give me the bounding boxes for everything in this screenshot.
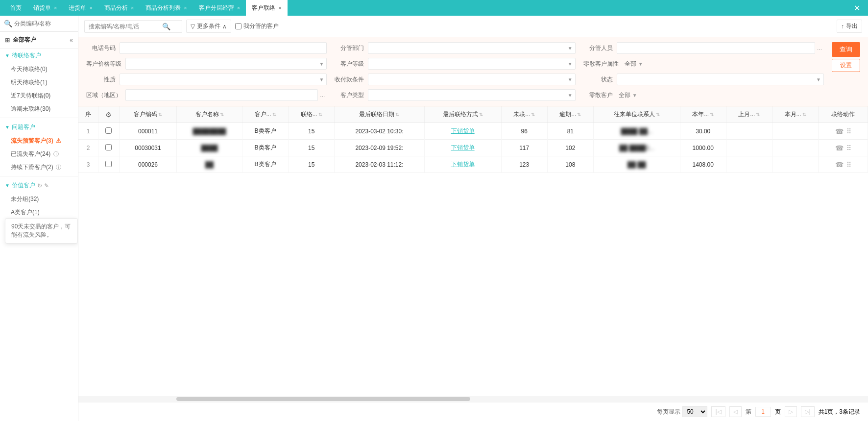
th-not-contacted[interactable]: 未联...⇅ — [501, 106, 547, 123]
sidebar-group-value-title[interactable]: ▼ 价值客户 ↻ ✎ — [0, 178, 78, 193]
close-icon[interactable]: × — [131, 5, 134, 11]
nav-home[interactable]: 首页 — [4, 0, 27, 16]
customer-type-field: 客户类型 ▼ — [335, 89, 575, 101]
sidebar: 🔍 ⊞ 全部客户 « ▼ 待联络客户 今天待联络(0) 明天待联络(1) 近7天… — [0, 16, 78, 421]
contact-icon[interactable]: ☎ — [835, 161, 844, 169]
th-this-month[interactable]: 本月...⇅ — [772, 106, 818, 123]
cell-checkbox[interactable] — [98, 123, 119, 140]
more-action-icon[interactable]: ⠿ — [846, 144, 851, 152]
page-input[interactable] — [755, 407, 771, 417]
th-overdue[interactable]: 逾期...⇅ — [547, 106, 593, 123]
close-icon[interactable]: × — [184, 5, 187, 11]
query-button[interactable]: 查询 — [832, 42, 860, 57]
th-last-month[interactable]: 上月...⇅ — [726, 106, 772, 123]
phone-input[interactable] — [120, 42, 327, 54]
prev-page-button[interactable]: ◁ — [729, 406, 742, 417]
more-action-icon[interactable]: ⠿ — [846, 161, 851, 169]
per-page-select[interactable]: 50 100 — [682, 406, 707, 417]
contact-icon[interactable]: ☎ — [835, 127, 844, 135]
window-close-icon[interactable]: ✕ — [850, 3, 864, 13]
sidebar-search-input[interactable] — [14, 20, 74, 27]
overdue-label: 逾期未联络(30) — [11, 105, 50, 112]
collapse-icon[interactable]: « — [70, 37, 73, 44]
th-contact-count[interactable]: 联络...⇅ — [289, 106, 335, 123]
close-icon[interactable]: × — [237, 5, 240, 11]
sidebar-item-today[interactable]: 今天待联络(0) — [0, 63, 78, 76]
scrollbar-thumb[interactable] — [176, 397, 470, 401]
th-settings[interactable]: ⚙ — [98, 106, 119, 123]
edit-icon[interactable]: ✎ — [44, 182, 49, 189]
region-input[interactable] — [125, 89, 318, 101]
nav-sales-order[interactable]: 销货单 × — [27, 0, 63, 16]
sidebar-item-declining[interactable]: 持续下滑客户(2) ⓘ — [0, 161, 78, 174]
dept-select[interactable] — [368, 42, 575, 54]
th-this-year[interactable]: 本年...⇅ — [680, 106, 726, 123]
cell-last-month — [726, 123, 772, 140]
sidebar-group-pending-title[interactable]: ▼ 待联络客户 — [0, 49, 78, 63]
staff-more-button[interactable]: ... — [815, 45, 824, 51]
customer-type-select[interactable] — [368, 89, 575, 101]
sidebar-group-pending: ▼ 待联络客户 今天待联络(0) 明天待联络(1) 近7天待联络(0) 逾期未联… — [0, 49, 78, 116]
row-checkbox[interactable] — [105, 161, 112, 167]
my-customer-checkbox-wrap[interactable]: 我分管的客户 — [235, 22, 279, 30]
more-action-icon[interactable]: ⠿ — [846, 127, 851, 135]
row-checkbox[interactable] — [105, 144, 112, 150]
sidebar-item-churned[interactable]: 已流失客户(24) ⓘ — [0, 148, 78, 161]
triangle-icon: ▼ — [5, 183, 10, 188]
th-grade[interactable]: 客户...⇅ — [242, 106, 288, 123]
horizontal-scrollbar[interactable] — [78, 396, 868, 402]
cell-index: 1 — [78, 123, 98, 140]
price-grade-select[interactable] — [125, 58, 327, 70]
sidebar-item-tomorrow[interactable]: 明天待联络(1) — [0, 76, 78, 89]
cell-last-contact-method[interactable]: 下销货单 — [424, 123, 501, 140]
status-select[interactable] — [617, 74, 824, 85]
payment-select[interactable] — [368, 74, 575, 85]
cell-last-contact-method[interactable]: 下销货单 — [424, 140, 501, 156]
th-code[interactable]: 客户编码⇅ — [119, 106, 176, 123]
sidebar-root[interactable]: ⊞ 全部客户 « — [0, 32, 78, 49]
sidebar-item-churn-warning[interactable]: 流失预警客户(3) ⚠ — [0, 134, 78, 148]
more-filter-button[interactable]: ▽ 更多条件 ∧ — [186, 20, 231, 33]
staff-input[interactable] — [617, 42, 815, 54]
sidebar-item-ungroup[interactable]: 未分组(32) — [0, 193, 78, 206]
th-last-contact-date[interactable]: 最后联络日期⇅ — [335, 106, 424, 123]
refresh-icon[interactable]: ↻ — [37, 182, 42, 189]
sidebar-item-7days[interactable]: 近7天待联络(0) — [0, 89, 78, 102]
customer-grade-select[interactable] — [368, 58, 575, 70]
search-input[interactable] — [89, 23, 162, 30]
customer-grade-label: 客户等级 — [335, 60, 364, 68]
cell-checkbox[interactable] — [98, 140, 119, 156]
nav-product-analysis[interactable]: 商品分析 × — [98, 0, 140, 16]
region-more-button[interactable]: ... — [318, 92, 327, 99]
filter-row-2: 客户价格等级 ▼ 客户等级 ▼ — [86, 58, 824, 70]
cell-last-contact-method[interactable]: 下销货单 — [424, 156, 501, 173]
th-contact-person[interactable]: 往来单位联系人⇅ — [593, 106, 680, 123]
th-last-contact-method[interactable]: 最后联络方式⇅ — [424, 106, 501, 123]
th-name[interactable]: 客户名称⇅ — [177, 106, 242, 123]
price-grade-field: 客户价格等级 ▼ — [86, 58, 327, 70]
sidebar-group-problem-title[interactable]: ▼ 问题客户 — [0, 120, 78, 134]
search-button[interactable]: 🔍 — [162, 23, 170, 30]
advanced-filter-panel: 电话号码 分管部门 ▼ 分管人员 — [78, 37, 868, 106]
sidebar-item-class-a[interactable]: A类客户(1) — [0, 206, 78, 219]
gender-select[interactable] — [120, 74, 327, 85]
last-page-button[interactable]: ▷| — [801, 406, 815, 417]
contact-icon[interactable]: ☎ — [835, 144, 844, 152]
close-icon[interactable]: × — [89, 5, 92, 11]
next-page-button[interactable]: ▷ — [785, 406, 797, 417]
product-analysis-label: 商品分析 — [104, 4, 128, 12]
nav-product-analysis-list[interactable]: 商品分析列表 × — [140, 0, 193, 16]
sidebar-search-wrap: 🔍 — [0, 16, 78, 32]
row-checkbox[interactable] — [105, 127, 112, 134]
first-page-button[interactable]: |◁ — [711, 406, 725, 417]
settings-button[interactable]: 设置 — [832, 59, 860, 72]
export-button[interactable]: ↑ 导出 — [837, 20, 862, 33]
my-customer-checkbox[interactable] — [235, 23, 241, 29]
close-icon[interactable]: × — [278, 5, 281, 11]
cell-checkbox[interactable] — [98, 156, 119, 173]
nav-customer-tier[interactable]: 客户分层经营 × — [193, 0, 246, 16]
sidebar-item-overdue[interactable]: 逾期未联络(30) — [0, 102, 78, 116]
close-icon[interactable]: × — [54, 5, 57, 11]
nav-purchase-order[interactable]: 进货单 × — [63, 0, 98, 16]
nav-customer-contact[interactable]: 客户联络 × — [246, 0, 287, 16]
